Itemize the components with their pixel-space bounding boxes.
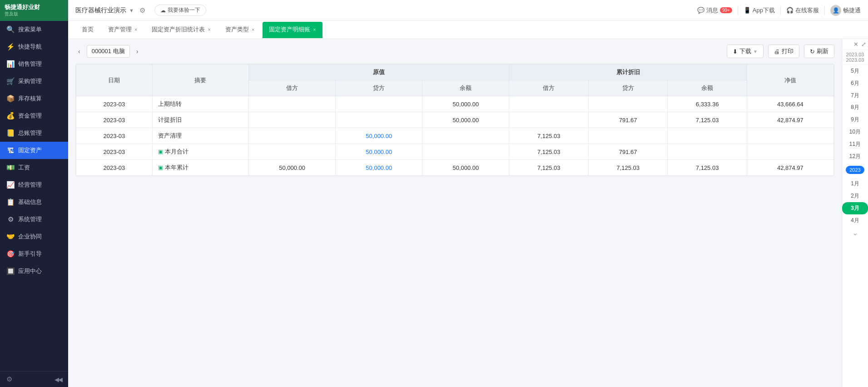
tab-固定资产明细账[interactable]: 固定资产明细账× [263,22,322,38]
download-btn[interactable]: ⬇ 下载 ▼ [727,45,764,58]
cell-orig-balance [422,144,509,160]
dropdown-icon[interactable]: ▼ [129,8,134,13]
cell-net-value [747,144,833,160]
sidebar-logo: 畅捷通好业财 普及版 [0,0,68,21]
collapse-icon[interactable]: ◀◀ [55,376,62,383]
tab-close-icon[interactable]: × [208,27,210,32]
cloud-icon: ☁ [160,7,166,14]
sidebar-item-采购管理[interactable]: 🛒采购管理 [0,73,68,90]
phone-icon: 📱 [744,7,751,14]
table-row: 2023-03 ▣本月合计 50,000.00 7,125.03 791.67 [76,144,834,160]
sidebar-item-库存核算[interactable]: 📦库存核算 [0,90,68,107]
app-edition: 普及版 [5,11,40,17]
sidebar-label: 应用中心 [18,267,42,275]
cell-accum-balance: 7,125.03 [668,160,747,176]
settings-icon[interactable]: ⚙ [6,375,12,383]
time-nav-month-5月[interactable]: 5月 [842,65,868,77]
refresh-btn[interactable]: ↻ 刷新 [804,45,834,58]
sidebar-icon: 💰 [6,112,15,120]
sidebar-item-销售管理[interactable]: 📊销售管理 [0,55,68,73]
cell-date: 2023-03 [76,128,153,144]
time-nav-resize-btn[interactable]: ⤢ [861,41,866,48]
cell-accum-balance [668,144,747,160]
col-accum-balance: 余额 [668,80,747,96]
sidebar-item-工资[interactable]: 💵工资 [0,159,68,176]
messages-btn[interactable]: 💬 消息 99+ [697,6,732,15]
sidebar-item-基础信息[interactable]: 📋基础信息 [0,194,68,211]
app-name: 畅捷通好业财 [5,4,40,11]
sidebar-item-总账管理[interactable]: 📒总账管理 [0,124,68,142]
sidebar-item-经营管理[interactable]: 📈经营管理 [0,176,68,194]
cell-date: 2023-03 [76,144,153,160]
sidebar-label: 库存核算 [18,94,42,103]
tab-close-icon[interactable]: × [134,27,137,32]
time-nav-month-6月[interactable]: 6月 [842,77,868,89]
cell-summary: 资产清理 [152,128,248,144]
sidebar-item-搜索菜单[interactable]: 🔍搜索菜单 [0,21,68,38]
sidebar-icon: 🎯 [6,250,15,258]
time-nav-month-12月[interactable]: 12月 [842,150,868,163]
tab-资产管理[interactable]: 资产管理× [102,22,144,38]
user-avatar[interactable]: 👤 畅捷通 [830,5,861,16]
sidebar-label: 资金管理 [18,112,42,120]
time-nav-month-7月[interactable]: 7月 [842,89,868,102]
table-row: 2023-03 计提折旧 50,000.00 791.67 7,125.03 4… [76,112,834,128]
time-nav-month-1月[interactable]: 1月 [842,178,868,190]
time-nav-month-10月[interactable]: 10月 [842,126,868,138]
time-nav-month-8月[interactable]: 8月 [842,101,868,114]
sidebar-item-新手引导[interactable]: 🎯新手引导 [0,245,68,263]
col-net-value: 净值 [747,64,833,96]
time-nav-month-4月[interactable]: 4月 [842,214,868,227]
company-name: 医疗器械行业演示 [75,6,126,15]
cell-orig-debit [249,112,336,128]
refresh-icon: ↻ [810,48,815,55]
sidebar-label: 经营管理 [18,181,42,189]
toolbar-buttons: ⬇ 下载 ▼ 🖨 打印 ↻ 刷新 [727,45,834,58]
tab-close-icon[interactable]: × [252,27,254,32]
experience-btn[interactable]: ☁ 我要体验一下 [154,5,206,16]
time-nav-close-btn[interactable]: ✕ [853,41,858,48]
content-area: ‹ 000001 电脑 › ⬇ 下载 ▼ 🖨 打印 ↻ [68,39,868,387]
col-accumulated-dep: 累计折旧 [509,64,747,80]
sidebar-item-固定资产[interactable]: 🏗固定资产 [0,142,68,159]
cell-accum-balance: 6,333.36 [668,96,747,112]
time-nav-month-2月[interactable]: 2月 [842,190,868,202]
time-nav-month-3月[interactable]: 3月 [842,202,868,214]
print-btn[interactable]: 🖨 打印 [768,45,799,58]
time-nav-month-11月[interactable]: 11月 [842,138,868,150]
cell-summary: 计提折旧 [152,112,248,128]
tab-固定资产折旧统计表[interactable]: 固定资产折旧统计表× [145,22,217,38]
table-row: 2023-03 ▣本年累计 50,000.00 50,000.00 50,000… [76,160,834,176]
sidebar-item-快捷导航[interactable]: ⚡快捷导航 [0,38,68,55]
company-title: 医疗器械行业演示 ▼ [75,6,134,15]
cell-orig-credit: 50,000.00 [336,144,422,160]
sidebar-icon: 📒 [6,129,15,137]
col-orig-balance: 余额 [422,80,509,96]
sidebar-icon: 💵 [6,164,15,172]
col-orig-credit: 贷方 [336,80,422,96]
tab-label: 资产管理 [108,25,132,34]
avatar-icon: 👤 [830,5,841,16]
year-badge[interactable]: 2023 [846,166,864,174]
scroll-down-icon[interactable]: ⌄ [852,229,858,237]
sidebar-icon: 🔍 [6,25,15,34]
cell-accum-balance [668,128,747,144]
next-asset-btn[interactable]: › [134,47,141,56]
tab-close-icon[interactable]: × [313,27,316,32]
sidebar-item-系统管理[interactable]: ⚙系统管理 [0,211,68,228]
sidebar-label: 系统管理 [18,215,42,223]
tab-首页[interactable]: 首页 [75,22,100,38]
tab-资产类型[interactable]: 资产类型× [219,22,261,38]
sidebar-item-应用中心[interactable]: 🔲应用中心 [0,263,68,280]
time-nav-month-9月[interactable]: 9月 [842,114,868,126]
prev-asset-btn[interactable]: ‹ [75,47,83,56]
sidebar-item-资金管理[interactable]: 💰资金管理 [0,107,68,124]
sidebar-item-企业协同[interactable]: 🤝企业协同 [0,228,68,245]
settings-gear-icon[interactable]: ⚙ [139,6,145,15]
cell-accum-debit [509,96,588,112]
app-download-btn[interactable]: 📱 App下载 [744,6,775,15]
online-service-btn[interactable]: 🎧 在线客服 [786,6,819,15]
cell-orig-credit: 50,000.00 [336,160,422,176]
sidebar-icon: 🤝 [6,233,15,241]
col-accum-credit: 贷方 [588,80,667,96]
